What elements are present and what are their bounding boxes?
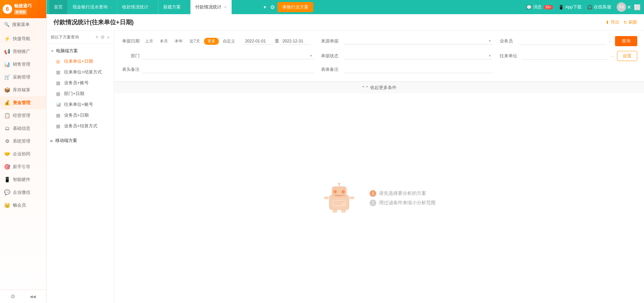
svg-point-3 — [342, 190, 345, 193]
scheme-item-dept-date[interactable]: ▦ 部门+日期 — [47, 88, 114, 99]
tab-receipts-stat-label: 收款情况统计 — [122, 4, 148, 10]
export-button[interactable]: ⬆ 导出 — [606, 19, 619, 25]
sidebar-item-hardware[interactable]: 📱 智能硬件 — [0, 173, 46, 186]
tab-payment-stat-close[interactable]: × — [224, 5, 226, 9]
scheme-item-partner-settle[interactable]: ▦ 往来单位+结算方式 — [47, 67, 114, 78]
sidebar-item-wechat[interactable]: 💬 企业微信 — [0, 186, 46, 199]
salesman-input[interactable] — [518, 37, 606, 45]
tab-dropdown-button[interactable]: ▾ — [262, 4, 267, 10]
settings-button[interactable]: 设置 — [617, 51, 637, 61]
collapse-sidebar-button[interactable]: ◀◀ — [30, 294, 36, 299]
search-menu-item[interactable]: 🔍 搜索菜单 — [0, 18, 46, 31]
tab-home-label: 首页 — [54, 4, 63, 10]
tab-payment-stat[interactable]: 付款情况统计 × — [191, 0, 231, 14]
tab-new-scheme[interactable]: 新建方案 × — [158, 0, 191, 14]
tab-receipts-stat[interactable]: 收款情况统计 × — [117, 0, 158, 14]
partner-label: 往来单位 — [500, 53, 520, 59]
source-voucher-select[interactable]: ▾ — [344, 38, 493, 44]
body-remark-input[interactable] — [344, 66, 493, 73]
scheme-item-partner-account-label: 往来单位+账号 — [64, 101, 93, 108]
dept-select[interactable]: ▾ — [142, 53, 314, 59]
window-close-button[interactable]: ✕ — [626, 3, 632, 11]
dept-arrow: ▾ — [310, 54, 312, 58]
sidebar-item-purchase[interactable]: 🛒 采购管理 — [0, 71, 46, 84]
hint-item-1: 1 请先选择要分析的方案 — [370, 190, 436, 197]
scheme-item-partner-date-icon: ◎ — [56, 59, 61, 64]
user-avatar-img: Rit — [617, 2, 626, 12]
scheme-item-salesman-date[interactable]: ▦ 业务员+日期 — [47, 110, 114, 121]
sidebar-item-member[interactable]: 👑 畅会员 — [0, 199, 46, 212]
sidebar-item-inventory[interactable]: 📦 库存核算 — [0, 84, 46, 96]
date-opt-custom[interactable]: 自定义 — [220, 38, 238, 45]
hint-text-2: 用过滤条件来缩小分析范围 — [379, 200, 436, 206]
sidebar-item-sales[interactable]: 📊 销售管理 — [0, 58, 46, 71]
collapse-more-button[interactable]: ⌃⌃ 收起更多条件 — [114, 82, 644, 93]
svg-point-5 — [339, 183, 340, 185]
scheme-add-button[interactable]: + — [95, 34, 98, 40]
date-opt-last-7days[interactable]: 近7天 — [187, 38, 203, 45]
svg-rect-8 — [332, 209, 337, 213]
scheme-mobile-group-header[interactable]: ▶ 移动端方案 — [47, 135, 114, 146]
sales-icon: 📊 — [4, 61, 10, 67]
tab-bar: 首页 现金银行流水查询 × 收款情况统计 × 新建方案 × 付款情况统计 × — [49, 0, 262, 14]
scheme-item-salesman-account[interactable]: ▦ 业务员+账号 — [47, 78, 114, 88]
scheme-desktop-group-header[interactable]: ▼ 电脑端方案 — [47, 46, 114, 56]
scheme-item-partner-account[interactable]: 📊 往来单位+账号 — [47, 99, 114, 110]
header-remark-input[interactable] — [142, 66, 314, 73]
svg-rect-9 — [341, 209, 346, 213]
online-service-label: 在线客服 — [594, 4, 611, 10]
sidebar-item-basic-info[interactable]: 🗂 基础信息 — [0, 122, 46, 135]
hardware-icon: 📱 — [4, 177, 10, 183]
svg-rect-6 — [324, 196, 329, 199]
sidebar-item-label: 企业协同 — [13, 151, 30, 157]
sidebar-item-operations[interactable]: 📋 经营管理 — [0, 109, 46, 122]
mobile-group-arrow: ▶ — [51, 139, 53, 143]
sidebar-item-enterprise[interactable]: 🤝 企业协同 — [0, 148, 46, 160]
topbar-settings-button[interactable]: ⚙ — [267, 4, 277, 10]
settings-footer-button[interactable]: ⚙ — [10, 293, 15, 300]
message-button[interactable]: 💬 消息 99+ — [526, 4, 553, 10]
system-icon: ⚙ — [4, 138, 10, 144]
date-opt-more[interactable]: 更多 — [204, 38, 219, 45]
sidebar-nav: ⚡ 快捷导航 📢 营销推广 📊 销售管理 🛒 采购管理 📦 库存核算 💰 资金管… — [0, 31, 46, 290]
salesman-ellipsis[interactable]: ··· — [609, 39, 612, 44]
tab-receipts-stat-close[interactable]: × — [151, 5, 153, 9]
partner-input[interactable] — [523, 52, 608, 60]
sidebar-item-label: 新手引导 — [13, 164, 30, 170]
scheme-item-salesman-settle[interactable]: ▦ 业务员+结算方式 — [47, 121, 114, 131]
sidebar-item-capital[interactable]: 💰 资金管理 — [0, 96, 46, 109]
tab-home[interactable]: 首页 — [49, 0, 68, 14]
date-start-input[interactable] — [243, 38, 273, 44]
date-opt-this-month[interactable]: 本月 — [157, 38, 171, 45]
export-icon: ⬆ — [606, 20, 609, 25]
tab-new-scheme-close[interactable]: × — [183, 5, 185, 9]
user-avatar[interactable]: Rit — [617, 2, 626, 12]
partner-ellipsis[interactable]: ··· — [611, 54, 614, 59]
industry-solution-button[interactable]: 体验行业方案 — [277, 2, 313, 12]
tab-bank-flow-close[interactable]: × — [110, 5, 112, 9]
refresh-button[interactable]: ↻ 刷新 — [623, 19, 637, 25]
basic-info-icon: 🗂 — [4, 125, 10, 131]
date-opt-this-year[interactable]: 本年 — [172, 38, 185, 45]
header-remark-label: 表头备注 — [121, 66, 142, 72]
scheme-item-partner-account-icon: 📊 — [56, 102, 61, 107]
query-button[interactable]: 查询 — [615, 36, 637, 46]
sidebar-item-guide[interactable]: 🎯 新手引导 — [0, 160, 46, 173]
online-service-button[interactable]: 🎧 在线客服 — [587, 4, 611, 10]
user-name: Rit — [619, 5, 624, 9]
scheme-item-partner-date[interactable]: ◎ 往来单位+日期 — [47, 56, 114, 67]
tab-bank-flow[interactable]: 现金银行流水查询 × — [68, 0, 117, 14]
header-remark-field — [142, 66, 314, 73]
app-download-button[interactable]: 📱 App下载 — [558, 4, 582, 10]
date-opt-last-month[interactable]: 上月 — [142, 38, 156, 45]
salesman-label: 业务员 — [500, 38, 516, 44]
sidebar-item-quick-nav[interactable]: ⚡ 快捷导航 — [0, 32, 46, 45]
date-end-input[interactable] — [281, 38, 311, 44]
scheme-collapse-button[interactable]: « — [107, 34, 110, 40]
voucher-status-select[interactable]: ▾ — [344, 53, 493, 59]
sidebar-item-marketing[interactable]: 📢 营销推广 — [0, 45, 46, 58]
sidebar-item-system[interactable]: ⚙ 系统管理 — [0, 135, 46, 148]
window-maximize-button[interactable]: ⬜ — [633, 3, 641, 11]
scheme-settings-button[interactable]: ⚙ — [100, 34, 105, 40]
scheme-item-salesman-account-icon: ▦ — [56, 80, 61, 86]
